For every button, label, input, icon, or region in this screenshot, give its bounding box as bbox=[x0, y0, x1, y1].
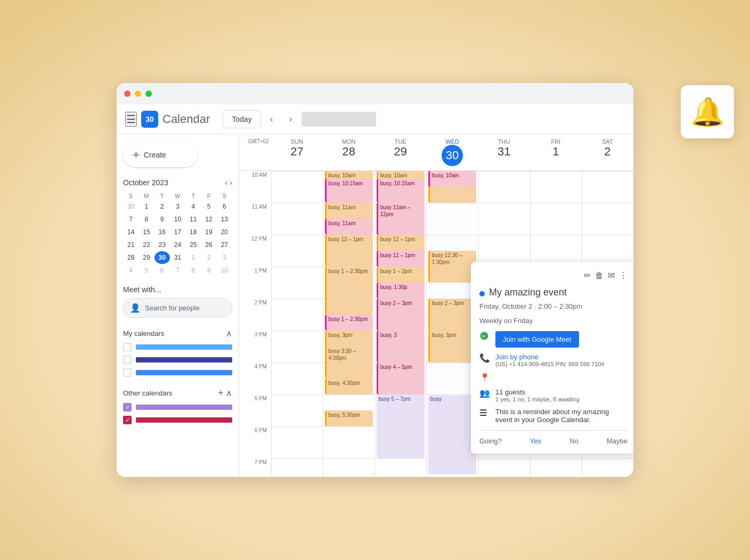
mini-cal-day[interactable]: 8 bbox=[138, 213, 154, 226]
time-cell[interactable] bbox=[582, 458, 633, 477]
time-cell[interactable] bbox=[271, 235, 323, 267]
today-button[interactable]: Today bbox=[223, 110, 260, 128]
mini-cal-day[interactable]: 6 bbox=[154, 264, 170, 277]
time-cell[interactable] bbox=[582, 171, 633, 203]
my-calendar-item-3[interactable] bbox=[123, 366, 232, 379]
cal-checkbox-2[interactable] bbox=[123, 356, 132, 364]
mini-cal-day[interactable]: 17 bbox=[170, 226, 185, 238]
mini-cal-day[interactable]: 1 bbox=[138, 200, 154, 213]
time-cell[interactable] bbox=[271, 203, 323, 235]
time-cell[interactable] bbox=[323, 426, 374, 458]
event-block[interactable]: busy, 3pm bbox=[428, 331, 476, 363]
mini-cal-day[interactable]: 25 bbox=[185, 238, 201, 251]
mini-cal-day[interactable]: 9 bbox=[201, 264, 216, 277]
mini-cal-day[interactable]: 28 bbox=[123, 251, 138, 264]
time-cell[interactable] bbox=[271, 394, 323, 426]
time-cell[interactable] bbox=[478, 171, 530, 203]
mini-cal-day[interactable]: 10 bbox=[170, 213, 185, 226]
event-block[interactable]: busy 3:30 – 4:30pm bbox=[325, 347, 373, 378]
menu-button[interactable]: ☰ bbox=[125, 112, 137, 127]
other-cal-checkbox-2[interactable]: ✓ bbox=[123, 416, 132, 424]
join-meet-button[interactable]: Join with Google Meet bbox=[495, 331, 579, 348]
next-period-button[interactable]: › bbox=[282, 111, 299, 128]
mini-cal-day[interactable]: 8 bbox=[185, 264, 201, 277]
join-phone-link[interactable]: Join by phone bbox=[495, 353, 605, 361]
mini-cal-day[interactable]: 5 bbox=[138, 264, 154, 277]
event-block[interactable]: busy 1 – 2:30pm bbox=[325, 315, 373, 331]
mini-cal-day[interactable]: 7 bbox=[170, 264, 185, 277]
mini-cal-day[interactable]: 30 bbox=[123, 200, 138, 213]
popup-email-button[interactable]: ✉ bbox=[608, 270, 615, 281]
rsvp-no-button[interactable]: No bbox=[569, 437, 578, 445]
mini-cal-day[interactable]: 2 bbox=[154, 200, 170, 213]
time-cell[interactable] bbox=[271, 299, 323, 331]
event-block[interactable]: busy, 11am bbox=[325, 219, 373, 235]
time-cell[interactable] bbox=[530, 458, 582, 477]
time-cell[interactable] bbox=[271, 426, 323, 458]
rsvp-yes-button[interactable]: Yes bbox=[530, 437, 541, 445]
mini-cal-day[interactable]: 20 bbox=[217, 226, 232, 238]
minimize-dot[interactable] bbox=[135, 90, 141, 97]
time-cell[interactable] bbox=[323, 458, 374, 477]
other-calendar-item-1[interactable]: ✓ bbox=[123, 401, 232, 414]
event-block[interactable]: busy 4 – 5pm bbox=[377, 363, 425, 394]
mini-cal-day[interactable]: 15 bbox=[138, 226, 154, 238]
create-button[interactable]: + Create bbox=[123, 143, 198, 167]
event-block[interactable]: busy 11am – 12pm bbox=[377, 203, 425, 235]
event-block[interactable]: busy, 5:30pm bbox=[325, 410, 373, 426]
prev-period-button[interactable]: ‹ bbox=[263, 111, 280, 128]
mini-cal-day[interactable]: 6 bbox=[217, 200, 232, 213]
popup-delete-button[interactable]: 🗑 bbox=[595, 270, 604, 281]
time-cell[interactable] bbox=[530, 171, 582, 203]
rsvp-maybe-button[interactable]: Maybe bbox=[607, 437, 627, 445]
mini-cal-day[interactable]: 5 bbox=[201, 200, 216, 213]
event-block[interactable]: busy 5 – 7pm bbox=[377, 394, 425, 458]
mini-cal-day[interactable]: 30 bbox=[154, 251, 170, 264]
time-cell[interactable] bbox=[271, 363, 323, 394]
event-block[interactable]: busy 12 – 1pm bbox=[377, 251, 425, 267]
time-cell[interactable] bbox=[478, 203, 530, 235]
time-cell[interactable] bbox=[478, 458, 530, 477]
mini-cal-day[interactable]: 4 bbox=[123, 264, 138, 277]
mini-cal-day[interactable]: 13 bbox=[217, 213, 232, 226]
mini-cal-day[interactable]: 18 bbox=[185, 226, 201, 238]
mini-cal-day[interactable]: 10 bbox=[217, 264, 232, 277]
my-calendar-item-1[interactable] bbox=[123, 341, 232, 353]
time-cell[interactable] bbox=[271, 331, 323, 363]
mini-cal-day[interactable]: 21 bbox=[123, 238, 138, 251]
event-block[interactable]: busy 12 – 1pm bbox=[325, 235, 373, 267]
time-cell[interactable] bbox=[530, 203, 582, 235]
event-block[interactable]: busy, 10:15am bbox=[325, 179, 373, 203]
event-block[interactable]: busy, 3 bbox=[377, 331, 425, 363]
event-block[interactable]: busy, 10:15am bbox=[377, 179, 425, 203]
other-cal-checkbox-1[interactable]: ✓ bbox=[123, 403, 132, 411]
cal-checkbox-1[interactable] bbox=[123, 343, 132, 351]
mini-cal-day[interactable]: 31 bbox=[170, 251, 185, 264]
time-cell[interactable] bbox=[271, 171, 323, 203]
my-calendar-item-2[interactable] bbox=[123, 353, 232, 366]
event-block[interactable]: busy, 4:30pm bbox=[325, 378, 373, 394]
maximize-dot[interactable] bbox=[145, 90, 152, 97]
cal-checkbox-3[interactable] bbox=[123, 368, 132, 377]
my-calendars-header[interactable]: My calendars ∧ bbox=[123, 326, 232, 341]
event-block[interactable]: busy, 1:30p bbox=[377, 283, 425, 299]
event-block[interactable]: busy 12:30 – 1:30pm bbox=[428, 251, 476, 283]
day-col-wed[interactable]: WED 30 bbox=[426, 134, 478, 170]
mini-cal-day[interactable]: 12 bbox=[201, 213, 216, 226]
add-other-calendar-button[interactable]: + bbox=[218, 388, 224, 399]
mini-cal-day[interactable]: 3 bbox=[217, 251, 232, 264]
event-block[interactable]: busy bbox=[428, 394, 476, 474]
mini-cal-day[interactable]: 2 bbox=[201, 251, 216, 264]
time-cell[interactable] bbox=[271, 458, 323, 477]
mini-cal-day[interactable]: 11 bbox=[185, 213, 201, 226]
mini-cal-day[interactable]: 4 bbox=[185, 200, 201, 213]
time-cell[interactable] bbox=[271, 267, 323, 299]
mini-cal-day[interactable]: 7 bbox=[123, 213, 138, 226]
popup-edit-button[interactable]: ✏ bbox=[584, 270, 591, 281]
time-cell[interactable] bbox=[374, 458, 426, 477]
event-block[interactable]: busy 2 – 3pm bbox=[377, 299, 425, 331]
other-calendar-item-2[interactable]: ✓ bbox=[123, 414, 232, 426]
time-cell[interactable] bbox=[582, 203, 633, 235]
mini-cal-day[interactable]: 22 bbox=[138, 238, 154, 251]
mini-cal-day[interactable]: 23 bbox=[154, 238, 170, 251]
